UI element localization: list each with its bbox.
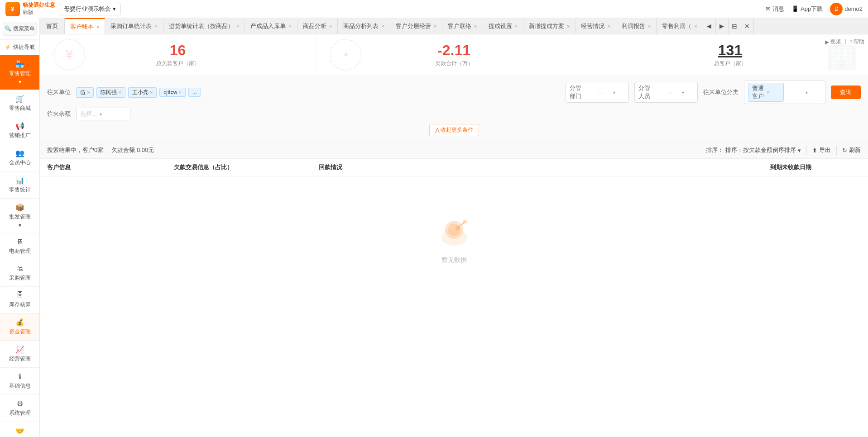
video-btn[interactable]: ▶ 视频 xyxy=(825,38,841,46)
tab-close-btn[interactable]: × xyxy=(474,24,477,29)
tab-label: 产成品入库单 xyxy=(250,22,286,30)
person-selector[interactable]: 分管人员 ··· ▾ xyxy=(634,82,698,103)
tab-customer-balance[interactable]: 客户账本 × xyxy=(65,18,105,34)
stat-debt-content: -2.11 欠款合计（万） xyxy=(435,42,473,67)
filter-area: 往来单位 伍 × 陈民强 × 王小亮 × xyxy=(40,75,868,142)
stat-bg-dashed-circle: ✦ xyxy=(330,39,361,71)
app-download-label: App下载 xyxy=(801,5,823,13)
sidebar-item-label: 库存核算 xyxy=(9,301,31,309)
query-button[interactable]: 查询 xyxy=(831,86,861,99)
tab-nav-expand[interactable]: ⊟ xyxy=(729,18,741,34)
divider: | xyxy=(844,38,846,46)
tab-label: 客户分层经营 xyxy=(396,22,431,30)
quick-nav-btn[interactable]: ⚡ 快捷导航 xyxy=(0,40,39,55)
tab-nav-next[interactable]: ▶ xyxy=(716,18,729,34)
search-menu-btn[interactable]: 🔍 搜索菜单 xyxy=(3,22,37,36)
arrow-icon: ▾ xyxy=(19,79,21,85)
empty-text: 暂无数据 xyxy=(441,256,467,264)
tab-close-btn[interactable]: × xyxy=(607,24,610,29)
tab-close-btn[interactable]: × xyxy=(694,24,697,29)
tag-close-cjttcw[interactable]: × xyxy=(178,90,181,95)
sidebar-item-system[interactable]: ⚙ 系统管理 xyxy=(0,395,39,422)
collapse-btn[interactable]: ⋀ 收起更多条件 xyxy=(429,124,479,136)
sidebar-item-basics[interactable]: ℹ 基础信息 xyxy=(0,368,39,395)
message-label: 消息 xyxy=(772,5,784,13)
tab-purchase-order-stats[interactable]: 采购订单统计表 × xyxy=(105,18,163,34)
sidebar-item-inventory[interactable]: 🗄 库存核算 xyxy=(0,287,39,314)
tab-retail-profit[interactable]: 零售利润（ × xyxy=(657,18,703,34)
sidebar-item-retail-mgmt[interactable]: 🏪 零售管理 ▾ xyxy=(0,55,39,90)
export-btn[interactable]: ⬆ 导出 xyxy=(812,146,831,154)
dept-selector[interactable]: 分管部门 ··· ▾ xyxy=(566,82,629,103)
tab-close-btn[interactable]: × xyxy=(288,24,291,29)
unit-class-selector[interactable]: 普通客户 × ▾ xyxy=(744,81,825,104)
quick-nav-icon: ⚡ xyxy=(5,44,11,50)
dept-more-icon: ··· xyxy=(599,89,610,96)
unit-class-tag-close[interactable]: × xyxy=(767,90,780,95)
tab-label: 经营情况 xyxy=(581,22,604,30)
sidebar-item-member[interactable]: 👥 会员中心 xyxy=(0,144,39,171)
sidebar-item-batch-mgmt[interactable]: 📦 批发管理 ▾ xyxy=(0,199,39,233)
tab-product-analysis-list[interactable]: 商品分析列表 × xyxy=(338,18,390,34)
tab-purchase-stats-product[interactable]: 进货单统计表（按商品） × xyxy=(163,18,245,34)
tab-close-btn[interactable]: × xyxy=(648,24,651,29)
tab-product-inbound[interactable]: 产成品入库单 × xyxy=(245,18,297,34)
tag-close-wu[interactable]: × xyxy=(87,90,90,95)
filter-row-1: 往来单位 伍 × 陈民强 × 王小亮 × xyxy=(47,81,861,104)
tab-close-btn[interactable]: × xyxy=(434,24,436,29)
tab-operation-status[interactable]: 经营情况 × xyxy=(575,18,616,34)
tab-home[interactable]: 首页 xyxy=(40,18,65,34)
filter-tag-wu: 伍 × xyxy=(76,87,94,98)
sidebar-item-retail-stats[interactable]: 📊 零售统计 xyxy=(0,171,39,199)
tab-close-btn[interactable]: × xyxy=(329,24,332,29)
tab-new-promotion[interactable]: 新增提成方案 × xyxy=(523,18,575,34)
tab-product-analysis[interactable]: 商品分析 × xyxy=(297,18,338,34)
tab-label: 进货单统计表（按商品） xyxy=(169,22,234,30)
tab-close-btn[interactable]: × xyxy=(154,24,157,29)
sidebar-item-label: 零售统计 xyxy=(9,186,31,194)
stat-bg-cross-icon: ✦ xyxy=(342,49,350,60)
app-download-btn[interactable]: 📱 App下载 xyxy=(791,5,823,13)
org-selector[interactable]: 母婴行业演示帐套 ▾ xyxy=(59,3,121,15)
sort-select[interactable]: 排序： 排序：按欠款金额倒序排序 ▾ xyxy=(706,146,801,154)
filter-tag-wang: 王小亮 × xyxy=(128,87,157,98)
sidebar-item-enterprise[interactable]: 🤝 企业协同 xyxy=(0,422,39,437)
tab-customer-contact[interactable]: 客户联络 × xyxy=(442,18,483,34)
help-btn[interactable]: ? 帮助 xyxy=(849,38,864,46)
tab-promotion-settings[interactable]: 提成设置 × xyxy=(483,18,523,34)
tab-profit-report[interactable]: 利润报告 × xyxy=(616,18,657,34)
tab-close-btn[interactable]: × xyxy=(381,24,384,29)
top-bar: ¥ 畅捷通好生意 标版 母婴行业演示帐套 ▾ ✉ 消息 📱 App下载 D de… xyxy=(0,0,868,18)
sidebar-item-purchase[interactable]: 🛍 采购管理 xyxy=(0,260,39,287)
stat-debt-customers: ¥ 16 总欠款客户（家） xyxy=(40,34,316,75)
sidebar-item-ecommerce[interactable]: 🖥 电商管理 xyxy=(0,233,39,260)
tab-customer-segment[interactable]: 客户分层经营 × xyxy=(390,18,442,34)
tab-nav-close-all[interactable]: ✕ xyxy=(741,18,754,34)
play-icon: ▶ xyxy=(825,39,829,45)
balance-input[interactable]: 选择... ▾ xyxy=(76,108,130,120)
tab-close-btn[interactable]: × xyxy=(96,24,99,29)
tab-close-btn[interactable]: × xyxy=(236,24,239,29)
empty-icon xyxy=(436,213,472,249)
app-icon: 📱 xyxy=(791,5,799,12)
refresh-btn[interactable]: ↻ 刷新 xyxy=(842,146,861,154)
tag-close-wang[interactable]: × xyxy=(150,90,153,95)
filter-tags: 伍 × 陈民强 × 王小亮 × cjttcw × xyxy=(76,87,560,98)
sidebar-item-finance[interactable]: 💰 资金管理 xyxy=(0,314,39,341)
col-debt-header: 欠款交易信息（占比） xyxy=(174,163,319,171)
sidebar-item-retail-mall[interactable]: 🛒 零售商城 xyxy=(0,90,39,117)
table-header: 客户信息 欠款交易信息（占比） 回款情况 到期未收款日期 xyxy=(40,159,868,176)
message-btn[interactable]: ✉ 消息 xyxy=(766,5,784,13)
tag-close-chen[interactable]: × xyxy=(118,90,121,95)
marketing-icon: 📢 xyxy=(15,122,24,130)
sidebar: 🔍 搜索菜单 ⚡ 快捷导航 🏪 零售管理 ▾ 🛒 零售商城 📢 营销推广 👥 会… xyxy=(0,18,40,437)
sidebar-item-operation[interactable]: 📈 经营管理 xyxy=(0,341,39,368)
filter-tag-more[interactable]: ... xyxy=(188,88,201,97)
dept-placeholder: 分管部门 xyxy=(570,84,581,100)
sidebar-item-marketing[interactable]: 📢 营销推广 xyxy=(0,117,39,144)
total-customers-value: 131 xyxy=(714,42,747,59)
tab-close-btn[interactable]: × xyxy=(567,24,570,29)
tab-close-btn[interactable]: × xyxy=(515,24,518,29)
user-area[interactable]: D demo2 xyxy=(830,3,863,15)
tab-nav-prev[interactable]: ◀ xyxy=(703,18,716,34)
